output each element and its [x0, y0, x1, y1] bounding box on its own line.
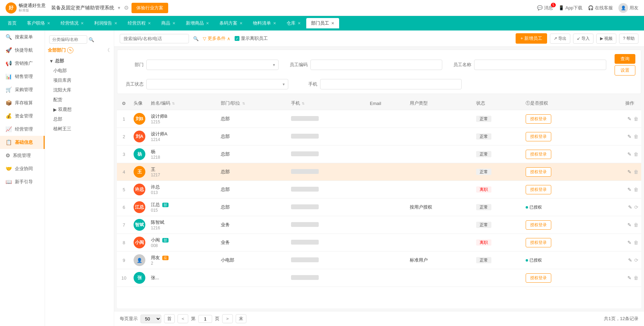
delete-btn[interactable]: ⟳: [634, 204, 638, 210]
tab-goods[interactable]: 商品 ✕: [156, 18, 180, 28]
dept-node-shuangluxiang[interactable]: ▶ 双鹿想: [45, 105, 114, 114]
auth-btn[interactable]: 授权登录: [526, 114, 551, 124]
edit-btn[interactable]: ✎: [627, 169, 632, 175]
tab-history[interactable]: 经营历程 ✕: [123, 18, 156, 28]
auth-btn[interactable]: 授权登录: [526, 238, 551, 247]
user-area[interactable]: 👤 用友: [618, 3, 638, 13]
edit-btn[interactable]: ✎: [627, 222, 632, 228]
tab-customer[interactable]: 客户联络 ✕: [22, 18, 55, 28]
auth-btn[interactable]: 授权登录: [526, 185, 551, 194]
tab-operation[interactable]: 经营情况 ✕: [56, 18, 89, 28]
delete-btn[interactable]: 🗑: [634, 151, 638, 157]
col-settings[interactable]: ⚙: [117, 97, 131, 110]
tab-barcode[interactable]: 条码方案 ✕: [215, 18, 247, 28]
edit-btn[interactable]: ✎: [627, 187, 632, 192]
show-resigned-toggle[interactable]: ✓ 显示离职员工: [235, 35, 268, 42]
import-btn[interactable]: ↙ 导入: [573, 34, 593, 44]
delete-btn[interactable]: 🗑: [634, 169, 638, 175]
tab-warehouse[interactable]: 仓库 ✕: [282, 18, 306, 28]
dept-node-xiaodibu[interactable]: 小电部: [45, 66, 114, 76]
delete-btn[interactable]: 🗑: [634, 275, 638, 281]
sidebar-item-shortcuts[interactable]: 🚀 快捷导航: [0, 44, 45, 57]
auth-btn[interactable]: 授权登录: [526, 273, 551, 283]
sidebar-item-guide[interactable]: 📖 新手引导: [0, 175, 45, 188]
delete-btn[interactable]: 🗑: [634, 134, 638, 139]
tab-goods-close[interactable]: ✕: [172, 21, 175, 26]
edit-btn[interactable]: ✎: [628, 257, 632, 263]
last-page-btn[interactable]: 末: [236, 314, 246, 323]
edit-btn[interactable]: ✎: [627, 151, 632, 157]
dept-search-icon[interactable]: 🔍: [89, 37, 94, 42]
col-name[interactable]: 姓名/编码 ⇅: [148, 97, 218, 110]
dept-node-xiangmuku[interactable]: 项目库房: [45, 76, 114, 85]
next-page-btn[interactable]: ＞: [222, 314, 233, 323]
dept-node-zongbu-group[interactable]: ▼ 总部: [45, 56, 114, 66]
tab-dept-staff[interactable]: 部门员工 ✕: [306, 18, 339, 28]
tab-warehouse-close[interactable]: ✕: [298, 21, 301, 26]
sidebar-item-sales[interactable]: 📊 销售管理: [0, 70, 45, 83]
sidebar-item-system[interactable]: ⚙ 系统管理: [0, 149, 45, 162]
tab-profit-close[interactable]: ✕: [114, 21, 117, 26]
add-employee-btn[interactable]: + 新增员工: [516, 33, 547, 44]
message-btn[interactable]: 💬 消息 5: [537, 5, 553, 11]
app-download-btn[interactable]: 📱 App下载: [559, 5, 582, 11]
dept-node-shenyangdaku[interactable]: 沈阳大库: [45, 85, 114, 95]
delete-btn[interactable]: ⟳: [634, 257, 638, 263]
tab-operation-close[interactable]: ✕: [81, 21, 84, 26]
dept-node-peihuo[interactable]: 配货: [45, 95, 114, 105]
edit-btn[interactable]: ✎: [628, 204, 632, 210]
sidebar-item-marketing[interactable]: 📢 营销推广: [0, 57, 45, 70]
edit-btn[interactable]: ✎: [627, 275, 632, 281]
delete-btn[interactable]: 🗑: [634, 116, 638, 122]
tab-home[interactable]: 首页: [3, 18, 21, 28]
search-btn-icon[interactable]: 🔍: [193, 36, 199, 41]
emp-code-input[interactable]: [310, 60, 443, 70]
edit-btn[interactable]: ✎: [627, 240, 632, 245]
tab-barcode-close[interactable]: ✕: [239, 21, 243, 26]
delete-btn[interactable]: 🗑: [634, 187, 638, 192]
experience-btn[interactable]: 体验行业方案: [131, 3, 168, 13]
phone-input[interactable]: [320, 79, 462, 89]
tab-add-goods[interactable]: 新增商品 ✕: [181, 18, 214, 28]
tab-bom[interactable]: 物料清单 ✕: [248, 18, 281, 28]
tab-profit[interactable]: 利润报告 ✕: [89, 18, 122, 28]
dept-select[interactable]: [146, 60, 279, 70]
tab-history-close[interactable]: ✕: [148, 21, 151, 26]
delete-btn[interactable]: 🗑: [634, 222, 638, 228]
edit-btn[interactable]: ✎: [627, 116, 632, 122]
col-dept[interactable]: 部门/职位 ⇅: [218, 97, 288, 110]
page-size-select[interactable]: 10 20 50 100: [140, 315, 161, 323]
setting-btn[interactable]: 设置: [615, 65, 635, 76]
settings-icon[interactable]: ⚙: [124, 5, 129, 11]
auth-btn[interactable]: 授权登录: [526, 167, 551, 177]
col-phone[interactable]: 手机 ⇅: [288, 97, 367, 110]
sidebar-item-basic-info[interactable]: 📋 基础信息: [0, 136, 45, 149]
prev-page-btn[interactable]: ＜: [178, 314, 188, 323]
sidebar-item-cooperation[interactable]: 🤝 企业协同: [0, 162, 45, 175]
print-btn[interactable]: ? 帮助: [619, 34, 638, 44]
edit-btn[interactable]: ✎: [627, 134, 632, 139]
first-page-btn[interactable]: 首: [164, 314, 175, 323]
dept-node-zhishu[interactable]: 植树王三: [45, 124, 114, 134]
delete-btn[interactable]: 🗑: [634, 240, 638, 245]
view-btn[interactable]: ▶ 视频: [596, 34, 616, 44]
dept-node-zongbu2[interactable]: 总部: [45, 114, 114, 124]
dept-edit-icon[interactable]: ✎: [67, 47, 73, 53]
tab-dept-staff-close[interactable]: ✕: [331, 21, 334, 26]
auth-btn[interactable]: 授权登录: [526, 220, 551, 230]
sidebar-item-finance[interactable]: 💰 资金管理: [0, 109, 45, 123]
sidebar-item-purchase[interactable]: 🛒 采购管理: [0, 83, 45, 96]
dropdown-arrow-icon[interactable]: ▼: [117, 6, 121, 10]
search-input[interactable]: [120, 34, 189, 43]
search-btn[interactable]: 查询: [615, 54, 635, 64]
export-btn[interactable]: ↗ 导出: [550, 34, 570, 44]
sidebar-item-operation-mgmt[interactable]: 📈 经营管理: [0, 123, 45, 136]
tab-customer-close[interactable]: ✕: [47, 21, 50, 26]
dept-search-input[interactable]: [49, 35, 87, 44]
more-filter-btn[interactable]: ▽ 更多条件 ∧: [203, 35, 230, 42]
tab-bom-close[interactable]: ✕: [273, 21, 276, 26]
page-input[interactable]: [198, 315, 212, 323]
sidebar-item-inventory[interactable]: 📦 库存核算: [0, 96, 45, 109]
emp-status-select[interactable]: [146, 79, 288, 89]
emp-name-input[interactable]: [474, 60, 606, 70]
